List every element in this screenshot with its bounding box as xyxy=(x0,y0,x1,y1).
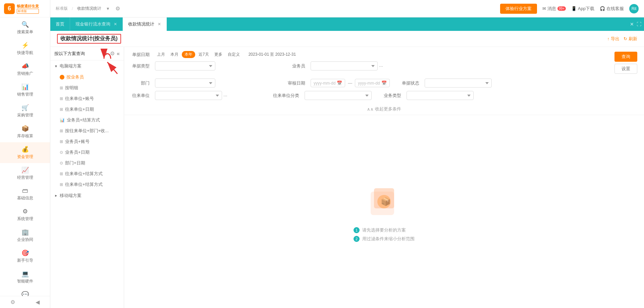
sidebar-item-inventory[interactable]: 📦 库存核算 xyxy=(0,121,50,142)
add-scheme-btn[interactable]: + xyxy=(105,51,108,57)
sidebar-item-basicinfo[interactable]: 🗃 基础信息 xyxy=(0,184,50,204)
date-tab-7days[interactable]: 近7天 xyxy=(197,51,211,58)
group-label: 移动端方案 xyxy=(60,193,82,199)
chevron-up-icon: ∧∧ xyxy=(367,107,374,112)
scheme-item-partner-settle1[interactable]: ⊞ 往来单位+结算方式 xyxy=(50,168,124,179)
refresh-btn[interactable]: ↻ 刷新 xyxy=(624,36,637,42)
query-btn[interactable]: 查询 xyxy=(614,52,637,62)
scheme-group-mobile-header[interactable]: ▼ 移动端方案 xyxy=(50,190,124,201)
sidebar-item-search[interactable]: 🔍 搜索菜单 xyxy=(0,17,50,38)
sidebar-settings-btn[interactable]: ⚙ xyxy=(10,299,15,305)
logo-badge: 标准版 xyxy=(17,9,39,14)
scheme-item-dept-date[interactable]: ⊙ 部门+日期 xyxy=(50,158,124,168)
scheme-group-mobile: ▼ 移动端方案 xyxy=(50,190,124,201)
sidebar-item-operation[interactable]: 📈 经营管理 xyxy=(0,163,50,184)
tip-num-2: 2 xyxy=(354,236,360,242)
tab-maximize-btn[interactable]: ⛶ xyxy=(637,21,641,27)
breadcrumb-dropdown[interactable]: ▼ xyxy=(106,6,110,11)
scheme-item-salesperson-settle[interactable]: 📊 业务员+结算方式 xyxy=(50,115,124,125)
tab-close-bank-flow[interactable]: ✕ xyxy=(114,22,117,27)
panel-collapse-btn[interactable]: « xyxy=(117,51,120,57)
partner-classify-select[interactable] xyxy=(305,91,372,100)
scheme-item-partner-date[interactable]: ⊞ 往来单位+日期 xyxy=(50,104,124,115)
scheme-group-desktop-header[interactable]: ▼ 电脑端方案 xyxy=(50,60,124,72)
filter-area: 单据日期 上月 本月 本年 近7天 更多 自定义 2023-01-01 至 20… xyxy=(124,47,644,115)
sales-icon: 📊 xyxy=(21,83,29,91)
sidebar: 6 畅捷通好生意 标准版 🔍 搜索菜单 ⚡ 快捷导航 📣 营销推广 📊 销 xyxy=(0,0,50,308)
scheme-item-label: 往来单位+结算方式 xyxy=(65,171,103,177)
messages-btn[interactable]: ✉ 消息 99+ xyxy=(542,6,566,12)
scheme-settings-btn[interactable]: ⚙ xyxy=(110,50,115,57)
date-tab-custom[interactable]: 自定义 xyxy=(226,51,242,58)
tab-bar: 首页 现金银行流水查询 ✕ 收款情况统计 ✕ ✕ ⛶ xyxy=(50,17,644,31)
scheme-item-partner-dept[interactable]: ⊞ 按往来单位+部门+收... xyxy=(50,125,124,136)
app-download-btn[interactable]: 📱 App下载 xyxy=(571,6,594,12)
sidebar-item-capital[interactable]: 💰 资金管理 xyxy=(0,142,50,163)
scheme-item-icon: ⊞ xyxy=(60,96,63,101)
salesperson-select[interactable] xyxy=(311,61,378,70)
sidebar-item-smarthw[interactable]: 💻 智能硬件 xyxy=(0,267,50,288)
collapse-bar[interactable]: ∧∧ 收起更多条件 xyxy=(131,103,637,115)
scheme-item-by-salesperson[interactable]: 按业务员 xyxy=(50,72,124,83)
tab-home[interactable]: 首页 xyxy=(50,17,70,31)
quicknav-icon: ⚡ xyxy=(21,42,29,49)
doc-type-select[interactable] xyxy=(155,61,215,70)
scheme-item-icon: ⊞ xyxy=(60,182,63,187)
sidebar-item-sales[interactable]: 📊 销售管理 xyxy=(0,80,50,101)
date-tab-more[interactable]: 更多 xyxy=(212,51,224,58)
date-label: 单据日期 xyxy=(131,52,150,58)
user-avatar[interactable]: Rit xyxy=(629,4,639,13)
tab-close-collection[interactable]: ✕ xyxy=(158,22,161,27)
review-date-from-input[interactable]: yyyy-mm-dd 📅 xyxy=(311,79,345,87)
group-label: 电脑端方案 xyxy=(60,63,82,69)
newguide-icon: 🎯 xyxy=(21,249,29,257)
sidebar-item-enterprise[interactable]: 🏢 企业协同 xyxy=(0,225,50,246)
sidebar-item-newguide[interactable]: 🎯 新手引导 xyxy=(0,246,50,267)
page-header: 收款情况统计(按业务员) ↑ 导出 ↻ 刷新 xyxy=(50,31,644,47)
sidebar-item-purchase[interactable]: 🛒 采购管理 xyxy=(0,101,50,121)
empty-tip-1: 1 请先选择要分析的方案 xyxy=(354,227,415,233)
refresh-icon: ↻ xyxy=(624,36,627,41)
review-date-to-input[interactable]: yyyy-mm-dd 📅 xyxy=(355,79,389,87)
group-collapsed-icon: ▼ xyxy=(54,194,58,197)
scheme-item-icon: ⊞ xyxy=(60,129,63,133)
collapse-btn[interactable]: ∧∧ 收起更多条件 xyxy=(367,106,401,112)
sidebar-item-label: 新手引导 xyxy=(17,258,33,263)
salesperson-more-btn[interactable]: ··· xyxy=(379,63,383,69)
filter-settings-btn[interactable]: 设置 xyxy=(614,64,637,74)
sidebar-item-quicknav[interactable]: ⚡ 快捷导航 xyxy=(0,38,50,59)
date-tab-cur-month[interactable]: 本月 xyxy=(168,51,180,58)
business-type-select[interactable] xyxy=(407,91,474,100)
scheme-item-icon: ⊙ xyxy=(60,150,63,155)
sidebar-item-label: 快捷导航 xyxy=(17,50,33,56)
export-btn[interactable]: ↑ 导出 xyxy=(607,36,620,42)
partner-more-btn[interactable]: ··· xyxy=(223,93,227,98)
sidebar-item-marketing[interactable]: 📣 营销推广 xyxy=(0,59,50,80)
online-service-btn[interactable]: 🎧 在线客服 xyxy=(600,6,624,12)
scheme-item-partner-account[interactable]: ⊞ 往来单位+账号 xyxy=(50,93,124,104)
system-icon: ⚙ xyxy=(22,208,28,215)
scheme-item-partner-settle2[interactable]: ⊞ 往来单位+结算方式 xyxy=(50,179,124,190)
tab-close-all-btn[interactable]: ✕ xyxy=(630,21,634,27)
scheme-item-salesperson-account[interactable]: ⊞ 业务员+账号 xyxy=(50,136,124,147)
review-date-label: 审核日期 xyxy=(286,80,305,86)
scheme-item-by-detail[interactable]: ⊞ 按明细 xyxy=(50,83,124,93)
top-bar-left: 标准版 / 收款情况统计 ▼ ⚙ xyxy=(56,5,120,12)
date-tab-cur-year[interactable]: 本年 xyxy=(182,51,195,58)
empty-state: 📦 1 请先选择要分析的方案 2 用过滤条件来缩小分析范围 xyxy=(124,115,644,308)
tab-bank-flow[interactable]: 现金银行流水查询 ✕ xyxy=(70,17,123,31)
tab-collection[interactable]: 收款情况统计 ✕ xyxy=(123,17,167,31)
doc-status-select[interactable] xyxy=(425,79,492,88)
download-icon: 📱 xyxy=(571,6,577,11)
doc-status-label: 单据状态 xyxy=(400,80,419,86)
partner-select[interactable] xyxy=(155,91,222,100)
wechat-icon: 💬 xyxy=(21,291,29,296)
sidebar-collapse-btn[interactable]: ◀ xyxy=(36,299,40,305)
date-tab-prev-month[interactable]: 上月 xyxy=(155,51,167,58)
settings-gear-btn[interactable]: ⚙ xyxy=(115,5,120,12)
sidebar-item-system[interactable]: ⚙ 系统管理 xyxy=(0,204,50,225)
scheme-item-salesperson-date[interactable]: ⊙ 业务员+日期 xyxy=(50,147,124,158)
sidebar-item-wechat[interactable]: 💬 企业微信 xyxy=(0,288,50,296)
dept-select[interactable] xyxy=(155,79,215,88)
trial-btn[interactable]: 体验行业方案 xyxy=(500,4,537,14)
